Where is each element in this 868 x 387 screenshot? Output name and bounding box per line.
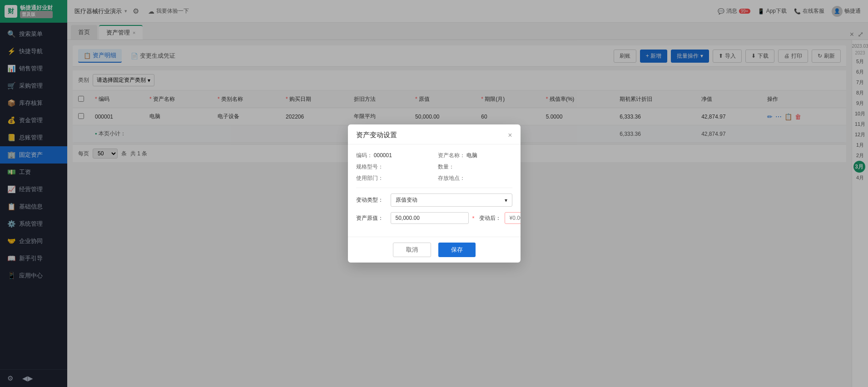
original-value-label: 资产原值： <box>356 214 387 222</box>
modal-location: 存放地点： <box>438 174 512 182</box>
change-type-row: 变动类型： 原值变动 ▾ <box>356 194 512 207</box>
modal-body: 编码： 000001 资产名称： 电脑 规格型号： 数量： 使用部门： <box>348 144 521 237</box>
cancel-button[interactable]: 取消 <box>393 243 431 257</box>
original-value-input[interactable] <box>391 212 469 224</box>
change-type-dropdown-icon: ▾ <box>505 197 507 203</box>
save-button[interactable]: 保存 <box>438 243 476 257</box>
original-value-row: 资产原值： * 变动后： <box>356 212 512 224</box>
asset-name-label: 资产名称： <box>438 152 465 159</box>
modal-spec: 规格型号： <box>356 163 431 171</box>
asset-name-value: 电脑 <box>466 152 477 159</box>
modal-overlay: 资产变动设置 × 编码： 000001 资产名称： 电脑 规格型号： 数量： <box>0 0 868 387</box>
required-mark: * <box>472 215 475 222</box>
modal-info-grid: 编码： 000001 资产名称： 电脑 规格型号： 数量： 使用部门： <box>356 152 512 188</box>
modal-title: 资产变动设置 <box>356 131 397 139</box>
code-value: 000001 <box>374 152 392 159</box>
dept-label: 使用部门： <box>356 175 383 181</box>
change-type-value: 原值变动 <box>396 196 417 204</box>
after-label: 变动后： <box>479 214 501 222</box>
change-type-label: 变动类型： <box>356 196 387 204</box>
code-label: 编码： <box>356 152 372 159</box>
modal-asset-name: 资产名称： 电脑 <box>438 152 512 159</box>
after-value-input[interactable] <box>505 212 521 224</box>
asset-change-modal: 资产变动设置 × 编码： 000001 资产名称： 电脑 规格型号： 数量： <box>348 124 521 263</box>
qty-label: 数量： <box>438 164 454 170</box>
modal-header: 资产变动设置 × <box>348 124 521 144</box>
spec-label: 规格型号： <box>356 164 383 170</box>
location-label: 存放地点： <box>438 175 465 181</box>
change-type-select[interactable]: 原值变动 ▾ <box>391 194 512 207</box>
modal-qty: 数量： <box>438 163 512 171</box>
modal-dept: 使用部门： <box>356 174 431 182</box>
modal-close-icon[interactable]: × <box>508 131 512 139</box>
modal-code: 编码： 000001 <box>356 152 431 159</box>
modal-footer: 取消 保存 <box>348 237 521 263</box>
